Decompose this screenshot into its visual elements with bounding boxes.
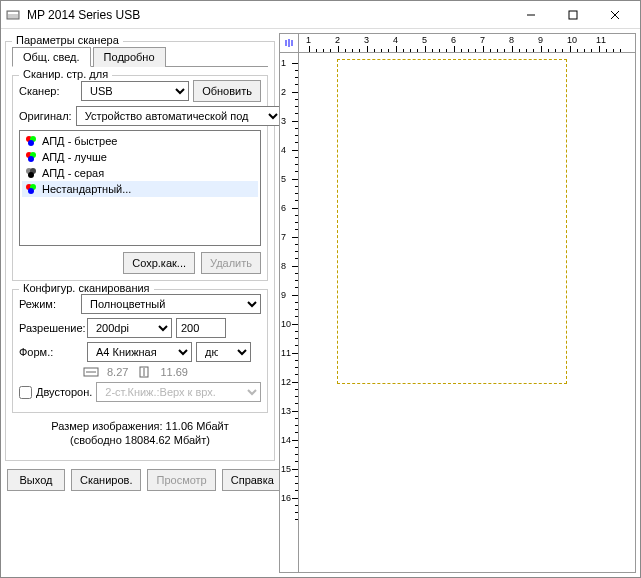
group-title: Сканир. стр. для (19, 68, 112, 80)
list-item-label: АПД - быстрее (42, 135, 117, 147)
list-item[interactable]: АПД - быстрее (22, 133, 258, 149)
original-select[interactable]: Устройство автоматической под (76, 106, 282, 126)
rgb-icon (24, 134, 38, 148)
mode-select[interactable]: Полноцветный (81, 294, 261, 314)
rgb-icon (24, 150, 38, 164)
svg-rect-3 (569, 11, 577, 19)
list-item-label: АПД - серая (42, 167, 104, 179)
scanner-dialog: MP 2014 Series USB Параметры сканера Общ… (0, 0, 641, 578)
tab-detail[interactable]: Подробно (93, 47, 166, 67)
close-button[interactable] (594, 1, 636, 29)
duplex-select: 2-ст.Книж.:Верх к врх. (96, 382, 261, 402)
image-size-info: Размер изображения: 11.06 Мбайт (свободн… (12, 419, 268, 448)
ruler-corner (279, 33, 299, 53)
list-item[interactable]: Нестандартный... (22, 181, 258, 197)
svg-rect-1 (8, 12, 18, 14)
format-select[interactable]: А4 Книжная (87, 342, 192, 362)
scanner-params-group: Параметры сканера Общ. свед. Подробно Ск… (5, 41, 275, 461)
scan-pages-group: Сканир. стр. для Сканер: USB Обновить Ор… (12, 75, 268, 281)
left-panel: Параметры сканера Общ. свед. Подробно Ск… (5, 33, 275, 573)
group-title: Конфигур. сканирования (19, 282, 154, 294)
app-icon (5, 7, 21, 23)
delete-button[interactable]: Удалить (201, 252, 261, 274)
resolution-label: Разрешение: (19, 322, 83, 334)
list-item[interactable]: АПД - лучше (22, 149, 258, 165)
selection-rectangle[interactable] (337, 59, 567, 384)
height-icon (136, 366, 152, 378)
resolution-select[interactable]: 200dpi (87, 318, 172, 338)
duplex-checkbox[interactable] (19, 386, 32, 399)
preview-panel: 1234567891011 12345678910111213141516 (279, 33, 636, 573)
svg-point-17 (28, 188, 34, 194)
scan-config-group: Конфигур. сканирования Режим: Полноцветн… (12, 289, 268, 413)
tabs: Общ. свед. Подробно (12, 46, 268, 67)
width-icon (83, 366, 99, 378)
maximize-button[interactable] (552, 1, 594, 29)
preview-canvas[interactable] (299, 53, 636, 573)
duplex-label: Двусторон. (36, 386, 92, 398)
tab-general[interactable]: Общ. свед. (12, 47, 91, 67)
svg-point-14 (28, 172, 34, 178)
mode-label: Режим: (19, 298, 77, 310)
svg-point-8 (28, 140, 34, 146)
ruler-horizontal: 1234567891011 (279, 33, 636, 53)
refresh-button[interactable]: Обновить (193, 80, 261, 102)
rgb-icon (24, 182, 38, 196)
width-value: 8.27 (107, 366, 128, 378)
client-area: Параметры сканера Общ. свед. Подробно Ск… (1, 29, 640, 577)
free-line: (свободно 18084.62 Мбайт) (12, 433, 268, 447)
format-label: Форм.: (19, 346, 83, 358)
list-item[interactable]: АПД - серая (22, 165, 258, 181)
height-value: 11.69 (160, 366, 188, 378)
minimize-button[interactable] (510, 1, 552, 29)
window-title: MP 2014 Series USB (27, 8, 510, 22)
units-select[interactable]: дюйм (196, 342, 251, 362)
original-label: Оригинал: (19, 110, 72, 122)
scanner-label: Сканер: (19, 85, 77, 97)
help-button[interactable]: Справка (222, 469, 283, 491)
preview-button[interactable]: Просмотр (147, 469, 215, 491)
exit-button[interactable]: Выход (7, 469, 65, 491)
scan-button[interactable]: Сканиров. (71, 469, 141, 491)
ruler-v-body: 12345678910111213141516 (279, 53, 299, 573)
list-item-label: АПД - лучше (42, 151, 107, 163)
svg-point-11 (28, 156, 34, 162)
profile-list[interactable]: АПД - быстрее АПД - лучше АПД - серая Не… (19, 130, 261, 246)
save-as-button[interactable]: Сохр.как... (123, 252, 195, 274)
list-item-label: Нестандартный... (42, 183, 131, 195)
scanner-select[interactable]: USB (81, 81, 189, 101)
size-line: Размер изображения: 11.06 Мбайт (12, 419, 268, 433)
bottom-buttons: Выход Сканиров. Просмотр Справка (5, 465, 275, 495)
ruler-h-body: 1234567891011 (299, 33, 636, 53)
titlebar: MP 2014 Series USB (1, 1, 640, 29)
resolution-input[interactable] (176, 318, 226, 338)
group-title: Параметры сканера (12, 34, 123, 46)
gray-icon (24, 166, 38, 180)
